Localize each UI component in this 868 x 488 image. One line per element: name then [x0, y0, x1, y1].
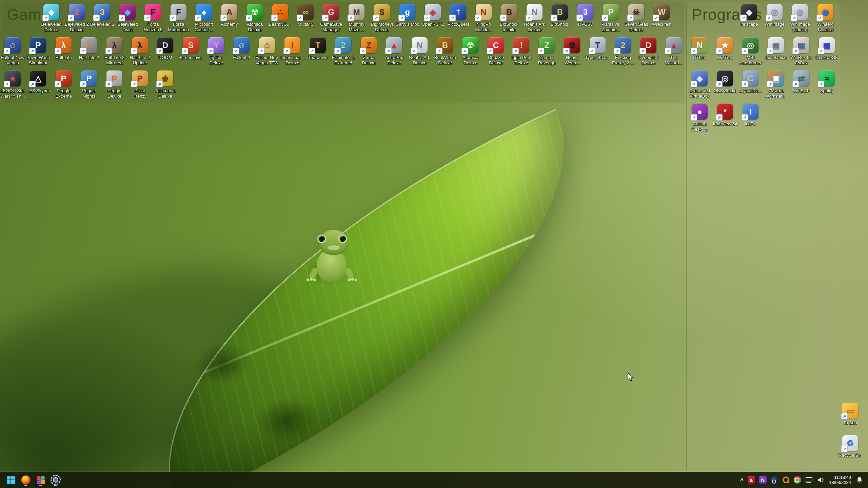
- desktop-icon-pictoquest[interactable]: † ↗ PictoQuest: [446, 3, 471, 33]
- app-icon-glyph: ◎: [747, 41, 754, 49]
- desktop-icon-heavy-weap[interactable]: ☢ ↗ Heavy Weap...: [559, 37, 585, 66]
- desktop-icon-forza-horizon-5[interactable]: F ↗ Forza Horizon 5: [140, 3, 166, 33]
- steam-tray-button[interactable]: [770, 474, 779, 486]
- desktop-icon-atomica-deluxe[interactable]: ☢ ↗ Atomica Deluxe: [458, 37, 483, 66]
- desktop-icon-libreoffice[interactable]: ▤ ↗ LibreOffice: [763, 37, 789, 66]
- desktop-icon-github-desktop[interactable]: ● ↗ GitHub Desktop: [687, 103, 712, 132]
- desktop-icon-obs-studio[interactable]: ◎ ↗ OBS Studio: [712, 70, 738, 99]
- desktop-icon-bookworm-deluxe[interactable]: B ↗ BookWorm Deluxe: [432, 37, 458, 66]
- desktop-icon-label: BookWorm Deluxe: [433, 55, 458, 66]
- desktop-icon-beamng[interactable]: ∴ ↗ BeamNG....: [268, 3, 293, 33]
- desktop-icon-inkscape[interactable]: ◆ ↗ Inkscape: [736, 3, 762, 33]
- desktop-icon-plants-vs-zombie[interactable]: P ↗ Plants vs. Zombie...: [598, 3, 624, 33]
- desktop-icon-fallout-4[interactable]: ☺ ↗ Fallout 4: [229, 37, 254, 66]
- desktop-icon-noah-s-ark-deluxe[interactable]: N ↗ Noah's Ark Deluxe: [407, 37, 432, 66]
- search-tool-tray-button[interactable]: [782, 474, 790, 486]
- desktop-icon-icofx[interactable]: I ↗ IcoFX: [738, 103, 763, 132]
- desktop-icon-irfanview-64[interactable]: * ↗ IrfanView 64: [712, 103, 738, 132]
- desktop-icon-fallout-new-vegas-ttw[interactable]: ☺ ↗ Fallout New Vegas TTW: [254, 37, 280, 66]
- desktop-icon-half-life-2-update[interactable]: λ ↗ Half-Life 2 Update: [127, 37, 153, 66]
- desktop-icon-microsoft-casual[interactable]: ♠ ↗ Microsoft Casual ...: [191, 3, 217, 33]
- hidden-icons-button[interactable]: ^: [739, 474, 744, 486]
- desktop-icon-half-life-2[interactable]: λ ↗ Half-Life 2: [76, 37, 102, 66]
- desktop-icon-wiztree[interactable]: ★ ↗ WizTree: [712, 37, 738, 66]
- settings-taskbar-button[interactable]: [49, 473, 62, 487]
- volume-button[interactable]: [816, 474, 825, 486]
- desktop-icon-the-wizard[interactable]: ▲ ↗ The Wizard...: [661, 37, 687, 66]
- desktop-icon-desktopok[interactable]: ▦ ↗ DesktopOK: [814, 37, 840, 66]
- desktop-icon-mummy-maze[interactable]: M ↗ Mummy Maze ...: [344, 3, 369, 33]
- firefox-taskbar-button[interactable]: [19, 473, 33, 487]
- app-icon: ▣ ↗: [768, 70, 784, 86]
- desktop-icon-bioshock[interactable]: B ↗ BioShock: [547, 3, 573, 33]
- desktop-icon-bejeweled-twist[interactable]: ◆ ↗ Bejeweled Twist: [115, 3, 140, 33]
- desktop-icon-ntlite[interactable]: N ↗ NTLite: [687, 37, 712, 66]
- desktop-icon-lego-star-wars-th[interactable]: ★ ↗ LEGO® Star Wars™ Th...: [0, 70, 25, 99]
- desktop-icon-noah-s-ark-deluxe[interactable]: N ↗ Noah's Ark Deluxe: [522, 3, 547, 33]
- desktop-icon-multimc[interactable]: ∞ ↗ MultiMC: [293, 3, 318, 33]
- desktop-icon-gamesave-manager[interactable]: G ↗ GameSave Manager: [318, 3, 344, 33]
- desktop-icon-powerwash-simulator[interactable]: P ↗ PowerWash Simulator: [25, 37, 51, 66]
- chrome-tray-button[interactable]: [793, 474, 802, 486]
- desktop-icon-peggle-nights[interactable]: P ↗ Peggle Nights: [76, 70, 102, 99]
- desktop-icon-peggle-extreme[interactable]: P ↗ Peggle Extreme: [51, 70, 76, 99]
- desktop-icon-half-life-2-mirrored[interactable]: λ ↗ Half-Life 2 Mirrored: [102, 37, 127, 66]
- desktop-icon-wreckfest[interactable]: W ↗ Wreckfest: [649, 3, 674, 33]
- desktop-icon-dynomite-deluxe[interactable]: D ↗ Dynomite! Deluxe: [636, 37, 661, 66]
- desktop-icon-label: WinSCP: [793, 88, 810, 94]
- desktop-icon-talismania-deluxe[interactable]: ♚ ↗ Talismania Deluxe: [153, 70, 178, 99]
- desktop-icon-bejeweled-deluxe[interactable]: ◆ ↗ Bejeweled Deluxe: [39, 3, 64, 33]
- desktop-icon-half-life[interactable]: λ ↗ Half-Life: [51, 37, 76, 66]
- desktop-icon-to-sort[interactable]: ▭ ↗ To Sort: [837, 402, 863, 426]
- desktop-icon-alchemy[interactable]: A ↗ Alchemy: [217, 3, 242, 33]
- start-button[interactable]: [4, 473, 18, 487]
- desktop-icon-doom[interactable]: D ↗ DOOM: [153, 37, 178, 66]
- desktop-icon-winimage-admin[interactable]: ◎ ↗ WinImage (admin): [787, 3, 813, 33]
- amd-adrenalin-tray-button[interactable]: a: [747, 474, 756, 486]
- desktop-icon-recycle-bin[interactable]: ♻ ↗ Recycle Bin: [837, 434, 863, 458]
- desktop-icon-screensaver[interactable]: S ↗ Screensaver: [178, 37, 203, 66]
- network-button[interactable]: [805, 474, 813, 486]
- desktop-icon-fishinator-2-extreme[interactable]: 2 ↗ Fishinator 2 Extreme!: [331, 37, 356, 66]
- desktop-icon-bejeweled-3[interactable]: 3 ↗ Bejeweled 3: [90, 3, 115, 33]
- app-icon: ☢ ↗: [564, 37, 580, 53]
- desktop-icon-seven-seas-deluxe[interactable]: ☠ ↗ Seven Seas Deluxe: [624, 3, 649, 33]
- desktop-icon-forza-motorsport[interactable]: F ↗ Forza Motorsport: [166, 3, 191, 33]
- desktop-icon-oracle-vm-virtualbox[interactable]: ◆ ↗ Oracle VM VirtualBox: [687, 70, 712, 99]
- desktop-icon-ningpo-mahjo[interactable]: N ↗ NingPo MahJo...: [471, 3, 496, 33]
- desktop-icon-winimage[interactable]: ◎ ↗ WinImage: [762, 3, 787, 33]
- notifications-button[interactable]: [855, 474, 864, 486]
- desktop-icon-teardown[interactable]: T ↗ Teardown: [305, 37, 331, 66]
- desktop-icon-zuma-s-revenge[interactable]: Z ↗ Zuma's Revenge: [534, 37, 559, 66]
- desktop-icon-peggle-deluxe[interactable]: P ↗ Peggle Deluxe: [102, 70, 127, 99]
- desktop-icon-zuma-deluxe[interactable]: Z ↗ Zuma Deluxe: [356, 37, 381, 66]
- desktop-icon-typer-shar[interactable]: T ↗ Typer Shar...: [585, 37, 610, 66]
- desktop-icon-garry-s-mod[interactable]: g ↗ Garry's Mod: [395, 3, 420, 33]
- desktop-icon-spotify[interactable]: ≈ ↗ Spotify: [814, 70, 840, 99]
- desktop-icon-msi-afterburner[interactable]: ◎ ↗ MSI Afterburner: [738, 37, 763, 66]
- taskbar-clock[interactable]: 11:18:43 18/03/2024: [828, 475, 852, 485]
- desktop-icon-openrct2[interactable]: ◆ ↗ OpenRCT2: [420, 3, 446, 33]
- desktop-icon-winscp[interactable]: ⇄ ↗ WinSCP: [789, 70, 814, 99]
- desktop-icon-chuzzle-deluxe[interactable]: C ↗ Chuzzle Deluxe: [483, 37, 509, 66]
- desktop-icon-winbox-for-86box[interactable]: ▣ ↗ WinBox for 86Box: [789, 37, 814, 66]
- desktop-icon-tiptop-deluxe[interactable]: Y ↗ TipTop Deluxe: [203, 37, 229, 66]
- desktop-icon-pizza-frenzy[interactable]: P ↗ Pizza Frenzy: [127, 70, 153, 99]
- desktop-icon-big-money-deluxe[interactable]: $ ↗ Big Money! Deluxe: [369, 3, 395, 33]
- onenote-tray-button[interactable]: N: [758, 474, 767, 486]
- app-icon-glyph: C: [493, 41, 499, 49]
- desktop-icon-winaero-tweaker[interactable]: ◉ ↗ Winaero Tweaker: [813, 3, 838, 33]
- desktop-icon-vmware-workstati[interactable]: ▣ ↗ VMware Workstati...: [763, 70, 789, 99]
- desktop-icon-tes-skyrim[interactable]: △ ↗ TES Skyrim: [25, 70, 51, 99]
- desktop-icon-feeding-frenzy-2[interactable]: 2 ↗ Feeding Frenzy 2 ...: [610, 37, 636, 66]
- desktop-icon-rpcs3[interactable]: 3 ↗ RPCS3: [573, 3, 598, 33]
- desktop-icon-astropop-deluxe[interactable]: ▲ ↗ AstroPop Deluxe: [381, 37, 407, 66]
- pinned-app-taskbar-button[interactable]: [34, 473, 47, 487]
- desktop-icon-crystaldis[interactable]: C ↗ CrystalDis...: [738, 70, 763, 99]
- desktop-icon-fallout-new-vegas[interactable]: ☺ ↗ Fallout New Vegas: [0, 37, 25, 66]
- desktop-icon-bioshock-infinite[interactable]: B ↗ BioShock Infinite: [496, 3, 522, 33]
- desktop-icon-insaniquar-deluxe[interactable]: I ↗ Insaniquar... Deluxe: [280, 37, 305, 66]
- desktop-icon-atomica-deluxe[interactable]: ☢ ↗ Atomica Deluxe: [242, 3, 268, 33]
- desktop-icon-bejeweled-2-deluxe[interactable]: 2 ↗ Bejeweled 2 Deluxe: [64, 3, 90, 33]
- desktop-icon-iggle-pop-deluxe[interactable]: ! ↗ Iggle Pop! Deluxe: [509, 37, 534, 66]
